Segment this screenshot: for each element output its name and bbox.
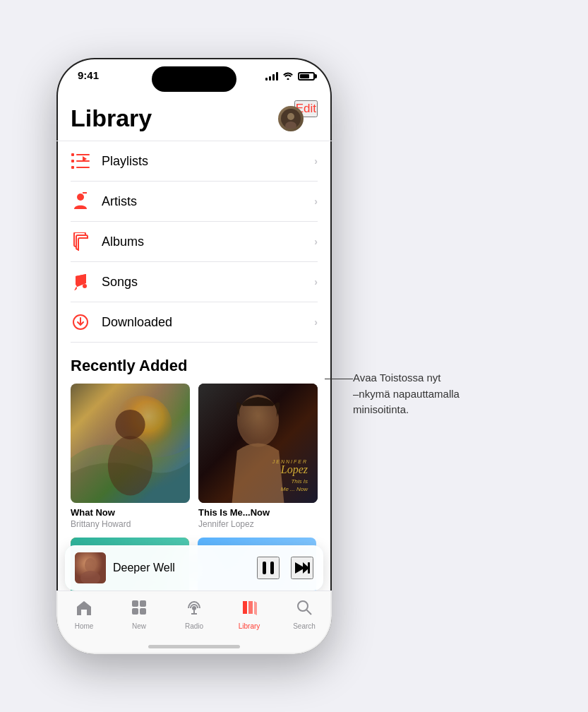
svg-rect-28 bbox=[308, 562, 310, 574]
playlists-chevron: › bbox=[314, 155, 318, 167]
svg-rect-4 bbox=[71, 160, 74, 162]
album-cover-what-now bbox=[71, 384, 190, 503]
library-item-playlists[interactable]: Playlists › bbox=[71, 141, 318, 182]
svg-rect-31 bbox=[132, 608, 138, 615]
artists-label: Artists bbox=[102, 194, 314, 209]
svg-rect-25 bbox=[270, 562, 274, 574]
search-icon bbox=[296, 600, 312, 619]
svg-rect-8 bbox=[76, 167, 90, 168]
tab-search-label: Search bbox=[293, 622, 316, 630]
svg-rect-3 bbox=[71, 153, 74, 156]
callout-text: Avaa Toistossa nyt–nkymä napauttamallami… bbox=[353, 372, 460, 415]
artists-chevron: › bbox=[314, 196, 318, 207]
page-title: Library bbox=[71, 105, 152, 132]
next-track-button[interactable] bbox=[291, 557, 313, 579]
avatar[interactable] bbox=[278, 106, 304, 131]
status-icons bbox=[265, 71, 315, 82]
album-item-jlo[interactable]: JENNIFER Lopez This IsMe ... Now This Is… bbox=[198, 384, 318, 529]
library-list: Playlists › Artists › bbox=[56, 141, 332, 343]
mini-player[interactable]: Deeper Well bbox=[65, 545, 323, 591]
svg-point-17 bbox=[115, 410, 145, 439]
album-grid-row1: What Now Brittany Howard bbox=[56, 384, 332, 529]
svg-point-9 bbox=[77, 194, 84, 201]
callout: Avaa Toistossa nyt–nkymä napauttamallami… bbox=[353, 370, 494, 418]
album-cover-jlo: JENNIFER Lopez This IsMe ... Now bbox=[198, 384, 318, 503]
home-icon bbox=[76, 600, 92, 619]
new-icon bbox=[131, 600, 147, 619]
tab-new[interactable]: New bbox=[112, 597, 167, 633]
phone-frame: 9:41 bbox=[56, 58, 332, 654]
mini-player-controls bbox=[257, 557, 313, 579]
svg-rect-6 bbox=[76, 154, 90, 155]
battery-icon bbox=[298, 72, 315, 81]
tab-library[interactable]: Library bbox=[222, 597, 277, 633]
svg-point-22 bbox=[85, 558, 96, 572]
songs-icon bbox=[71, 272, 90, 292]
svg-rect-13 bbox=[78, 238, 88, 251]
svg-rect-5 bbox=[71, 166, 74, 169]
svg-rect-29 bbox=[132, 600, 138, 607]
svg-line-37 bbox=[307, 610, 312, 615]
signal-bar-4 bbox=[276, 72, 278, 81]
album-item-what-now[interactable]: What Now Brittany Howard bbox=[71, 384, 190, 529]
library-item-artists[interactable]: Artists › bbox=[71, 182, 318, 222]
recently-added-title: Recently Added bbox=[56, 343, 332, 384]
library-item-songs[interactable]: Songs › bbox=[71, 262, 318, 302]
playlists-label: Playlists bbox=[102, 154, 314, 169]
svg-point-36 bbox=[298, 601, 308, 611]
tab-new-label: New bbox=[132, 622, 146, 630]
album-name-jlo: This Is Me...Now bbox=[198, 507, 318, 518]
svg-rect-24 bbox=[263, 562, 266, 574]
tab-radio[interactable]: Radio bbox=[167, 597, 222, 633]
signal-bar-2 bbox=[269, 76, 271, 81]
albums-icon bbox=[71, 232, 90, 251]
mini-player-art bbox=[75, 552, 106, 583]
album-name-what-now: What Now bbox=[71, 507, 190, 518]
signal-bars-icon bbox=[265, 72, 278, 81]
radio-icon bbox=[186, 600, 203, 619]
svg-rect-32 bbox=[140, 608, 146, 615]
play-pause-button[interactable] bbox=[257, 557, 280, 579]
status-time: 9:41 bbox=[78, 69, 99, 81]
album-artist-jlo: Jennifer Lopez bbox=[198, 519, 318, 529]
downloaded-chevron: › bbox=[314, 316, 318, 328]
albums-label: Albums bbox=[102, 235, 314, 249]
svg-point-33 bbox=[192, 606, 196, 610]
tab-home-label: Home bbox=[75, 622, 94, 630]
svg-point-14 bbox=[83, 284, 87, 288]
home-indicator bbox=[148, 645, 240, 648]
content-area: Library bbox=[56, 96, 332, 591]
svg-point-18 bbox=[108, 436, 152, 496]
signal-bar-1 bbox=[265, 78, 268, 81]
albums-chevron: › bbox=[314, 236, 318, 247]
downloaded-icon bbox=[71, 312, 90, 332]
library-item-albums[interactable]: Albums › bbox=[71, 222, 318, 262]
library-icon bbox=[241, 600, 257, 619]
svg-point-1 bbox=[287, 113, 294, 120]
tab-radio-label: Radio bbox=[185, 622, 203, 630]
status-bar: 9:41 bbox=[56, 58, 332, 96]
tab-library-label: Library bbox=[239, 622, 260, 630]
tab-home[interactable]: Home bbox=[56, 597, 112, 633]
svg-rect-30 bbox=[140, 600, 146, 607]
signal-bar-3 bbox=[272, 74, 275, 81]
tab-search[interactable]: Search bbox=[277, 597, 332, 633]
mini-player-title: Deeper Well bbox=[113, 562, 257, 574]
wifi-icon bbox=[282, 71, 294, 82]
downloaded-label: Downloaded bbox=[102, 315, 314, 330]
songs-label: Songs bbox=[102, 275, 314, 290]
library-item-downloaded[interactable]: Downloaded › bbox=[71, 302, 318, 343]
callout-line bbox=[325, 379, 353, 379]
songs-chevron: › bbox=[314, 276, 318, 287]
album-artist-what-now: Brittany Howard bbox=[71, 519, 190, 529]
playlists-icon bbox=[71, 151, 90, 171]
artists-icon bbox=[71, 191, 90, 211]
